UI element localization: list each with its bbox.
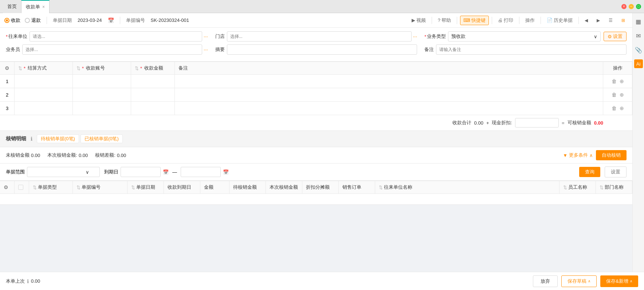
td-shoukuan-3[interactable] xyxy=(73,102,131,115)
grid-view-btn[interactable]: ⊞ xyxy=(619,17,628,24)
select-all-checkbox[interactable] xyxy=(18,185,23,190)
equals-sign: = xyxy=(562,120,565,126)
calendar-to-icon[interactable]: 📅 xyxy=(223,169,229,175)
draft-arrow-icon: ∧ xyxy=(588,279,590,283)
td-amount-3[interactable] xyxy=(131,102,175,115)
sidebar-table-icon[interactable]: ▦ xyxy=(634,17,643,27)
calendar-icon[interactable]: 📅 xyxy=(108,17,114,23)
bth-checkbox[interactable] xyxy=(15,181,29,193)
tab-close-icon[interactable]: × xyxy=(42,4,45,9)
save-draft-btn[interactable]: 保存草稿 ∧ xyxy=(561,275,597,287)
stats-right: ▼ 更多条件 ∧ 自动核销 xyxy=(563,150,627,160)
bth-doc-num: ⇅ 单据编号 xyxy=(73,181,127,193)
biz-type-label: 业务类型 xyxy=(427,33,446,40)
filter-icon: ▼ xyxy=(563,153,568,158)
bottom-settings-icon[interactable]: ⚙ xyxy=(4,184,8,190)
calendar-from-icon[interactable]: 📅 xyxy=(163,169,169,175)
total-label: 收款合计 xyxy=(452,119,471,126)
filter-row: 单据范围 ∨ 到期日 2022-04-01 📅 — 2022-04-12 📅 查… xyxy=(0,164,632,181)
bth-employee: ⇅ 员工名称 xyxy=(559,181,596,193)
delete-icon-3[interactable]: 🗑 xyxy=(612,105,617,111)
history-icon: 📄 xyxy=(547,17,553,23)
footer-info-icon[interactable]: ℹ xyxy=(27,278,29,284)
td-note-3[interactable] xyxy=(175,102,603,115)
partner-input[interactable] xyxy=(30,31,202,42)
td-note-1[interactable] xyxy=(175,75,603,88)
td-amount-1[interactable] xyxy=(131,75,175,88)
window-close-btn[interactable]: × xyxy=(621,4,627,9)
filter-settings-btn[interactable]: 设置 xyxy=(605,166,627,177)
salesman-more-icon[interactable]: ··· xyxy=(204,47,208,52)
auto-cancel-btn[interactable]: 自动核销 xyxy=(596,150,627,160)
copy-icon-3[interactable]: ⊕ xyxy=(620,105,624,111)
settings-btn[interactable]: ⚙ 设置 xyxy=(604,32,627,41)
td-jiesuan-3[interactable] xyxy=(15,102,73,115)
tab-pending[interactable]: 待核销单据(0笔) xyxy=(37,134,79,143)
window-max-btn[interactable]: □ xyxy=(636,4,641,9)
partner-more-icon[interactable]: ··· xyxy=(204,34,208,39)
sidebar-ai-icon[interactable]: Ai xyxy=(634,59,643,68)
td-note-2[interactable] xyxy=(175,88,603,101)
salesman-input[interactable] xyxy=(22,44,202,55)
td-ops-1: 🗑 ⊕ xyxy=(603,75,632,88)
radio-shoukuan[interactable]: 收款 xyxy=(4,17,20,24)
history-btn[interactable]: 📄 历史单据 xyxy=(544,16,576,25)
delete-icon-1[interactable]: 🗑 xyxy=(612,78,617,84)
tab-home[interactable]: 首页 xyxy=(3,0,21,13)
copy-icon-1[interactable]: ⊕ xyxy=(620,78,624,84)
store-more-icon[interactable]: ··· xyxy=(413,34,417,39)
sidebar-mail-icon[interactable]: ✉ xyxy=(635,31,642,41)
td-jiesuan-1[interactable] xyxy=(15,75,73,88)
divider-3 xyxy=(432,17,432,24)
discount-input[interactable] xyxy=(515,118,559,128)
list-view-btn[interactable]: ☰ xyxy=(606,17,616,24)
th-settings[interactable]: ⚙ xyxy=(0,62,15,74)
uncanceled-value: 0.00 xyxy=(31,153,40,158)
query-btn[interactable]: 查询 xyxy=(579,167,600,177)
summary-input[interactable] xyxy=(227,44,417,55)
store-input[interactable] xyxy=(227,31,412,42)
settings-icon[interactable]: ⚙ xyxy=(5,65,9,71)
sort-arrows-amount: ⇅ xyxy=(135,66,139,71)
divider-1 xyxy=(47,17,47,24)
td-shoukuan-1[interactable] xyxy=(73,75,131,88)
bth-doc-type: ⇅ 单据类型 xyxy=(29,181,73,193)
remark-input[interactable] xyxy=(436,44,627,55)
shortcut-btn[interactable]: ⌨ 快捷键 xyxy=(460,16,489,25)
sidebar-attach-icon[interactable]: 📎 xyxy=(633,45,644,55)
main-table: ⚙ ⇅ * 结算方式 ⇅ * 收款账号 ⇅ * 收款金额 备注 操作 xyxy=(0,62,632,115)
nav-prev-btn[interactable]: ◀ xyxy=(582,17,591,24)
section-header: 核销明细 ℹ 待核销单据(0笔) 已核销单据(0笔) xyxy=(0,131,632,147)
delete-icon-2[interactable]: 🗑 xyxy=(612,92,617,98)
toolbar: 收款 退款 单据日期 2023-03-24 📅 单据编号 SK-20230324… xyxy=(0,13,632,28)
date-value[interactable]: 2023-03-24 xyxy=(78,17,102,23)
td-shoukuan-2[interactable] xyxy=(73,88,131,101)
video-btn[interactable]: ▶ 视频 xyxy=(409,16,429,25)
help-btn[interactable]: ? 帮助 xyxy=(435,16,454,25)
save-new-btn[interactable]: 保存&新增 ∧ xyxy=(600,275,638,287)
due-date-from[interactable]: 2022-04-01 xyxy=(121,167,161,177)
radio-tuidan[interactable]: 退款 xyxy=(25,17,41,24)
print-btn[interactable]: 🖨 打印 xyxy=(495,16,516,25)
td-amount-2[interactable] xyxy=(131,88,175,101)
copy-icon-2[interactable]: ⊕ xyxy=(620,92,624,98)
biz-type-select[interactable]: 预收款 ∨ xyxy=(448,31,601,42)
range-select[interactable]: ∨ xyxy=(27,167,100,177)
window-min-btn[interactable]: − xyxy=(629,4,634,9)
nav-next-btn[interactable]: ▶ xyxy=(594,17,603,24)
info-icon[interactable]: ℹ xyxy=(31,136,32,142)
ops-btn[interactable]: 操作 xyxy=(522,16,538,25)
bth-settings[interactable]: ⚙ xyxy=(0,181,15,193)
abandon-btn[interactable]: 放弃 xyxy=(533,275,558,287)
due-date-to[interactable]: 2022-04-12 xyxy=(181,167,221,177)
tab-done[interactable]: 已核销单据(0笔) xyxy=(80,134,123,143)
number-value: SK-20230324-001 xyxy=(151,17,189,23)
bth-partner-name: ⇅ 往来单位名称 xyxy=(375,181,559,193)
more-conditions-btn[interactable]: ▼ 更多条件 ∧ xyxy=(563,152,593,158)
section-tabs: 待核销单据(0笔) 已核销单据(0笔) xyxy=(37,134,123,143)
divider-5 xyxy=(492,17,492,24)
due-label: 到期日 xyxy=(104,169,118,175)
date-range-dash: — xyxy=(172,169,177,175)
td-jiesuan-2[interactable] xyxy=(15,88,73,101)
tab-active[interactable]: 收款单 × xyxy=(21,0,50,13)
